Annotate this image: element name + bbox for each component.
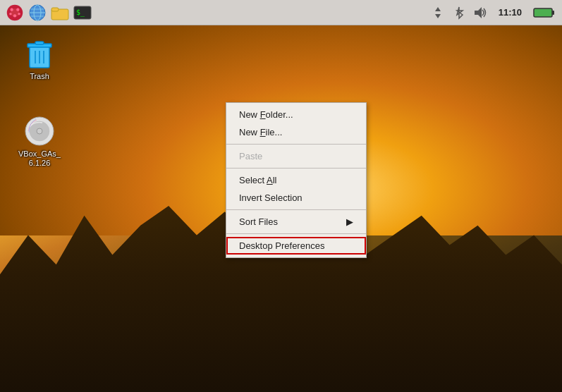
svg-point-5 bbox=[9, 13, 11, 15]
taskbar-left: $_ bbox=[4, 3, 93, 23]
vbox-desktop-icon[interactable]: VBox_GAs_6.1.26 bbox=[14, 113, 65, 171]
svg-point-4 bbox=[13, 14, 16, 17]
menu-item-new-folder[interactable]: New Folder... bbox=[226, 106, 366, 123]
svg-point-30 bbox=[37, 128, 42, 134]
trash-icon-label: Trash bbox=[30, 72, 49, 81]
raspberry-menu-button[interactable] bbox=[4, 3, 25, 23]
menu-item-paste: Paste bbox=[226, 147, 366, 165]
svg-point-3 bbox=[16, 8, 19, 11]
clock-display: 11:10 bbox=[494, 6, 527, 19]
svg-rect-13 bbox=[51, 8, 59, 11]
menu-item-select-all[interactable]: Select All bbox=[226, 171, 366, 189]
context-menu: New Folder... New File... Paste Select A… bbox=[226, 102, 367, 258]
svg-rect-27 bbox=[35, 42, 44, 44]
trash-icon-image bbox=[24, 38, 55, 69]
sort-files-label: Sort Files bbox=[239, 216, 278, 227]
taskbar-right: 11:10 bbox=[429, 4, 558, 21]
browser-button[interactable] bbox=[27, 3, 48, 23]
files-button[interactable] bbox=[49, 3, 71, 23]
svg-marker-17 bbox=[435, 14, 441, 18]
menu-item-new-file[interactable]: New File... bbox=[226, 123, 366, 141]
menu-item-desktop-prefs[interactable]: Desktop Preferences bbox=[226, 237, 366, 255]
bluetooth-icon[interactable] bbox=[451, 4, 467, 21]
clock-text: 11:10 bbox=[496, 7, 525, 18]
terminal-button[interactable]: $_ bbox=[72, 3, 93, 23]
svg-point-2 bbox=[11, 8, 13, 11]
vbox-icon-image bbox=[24, 116, 55, 147]
menu-separator-1 bbox=[226, 144, 366, 145]
svg-marker-18 bbox=[457, 7, 463, 18]
menu-separator-4 bbox=[226, 233, 366, 234]
svg-rect-20 bbox=[534, 8, 552, 17]
battery-indicator bbox=[531, 6, 558, 20]
desktop[interactable]: $_ bbox=[0, 0, 562, 392]
trash-desktop-icon[interactable]: Trash bbox=[14, 35, 65, 84]
menu-separator-2 bbox=[226, 168, 366, 169]
taskbar: $_ bbox=[0, 0, 562, 25]
vbox-icon-label: VBox_GAs_6.1.26 bbox=[17, 149, 62, 168]
svg-point-6 bbox=[18, 13, 20, 15]
menu-item-invert-selection[interactable]: Invert Selection bbox=[226, 189, 366, 207]
svg-marker-19 bbox=[475, 7, 482, 18]
volume-icon[interactable] bbox=[471, 4, 489, 21]
sort-files-arrow: ▶ bbox=[346, 216, 353, 227]
svg-rect-21 bbox=[552, 11, 554, 15]
menu-item-sort-files[interactable]: Sort Files ▶ bbox=[226, 213, 366, 231]
network-transfer-icon[interactable] bbox=[429, 4, 447, 21]
svg-text:$_: $_ bbox=[76, 8, 85, 17]
svg-marker-16 bbox=[435, 7, 441, 11]
menu-separator-3 bbox=[226, 209, 366, 210]
